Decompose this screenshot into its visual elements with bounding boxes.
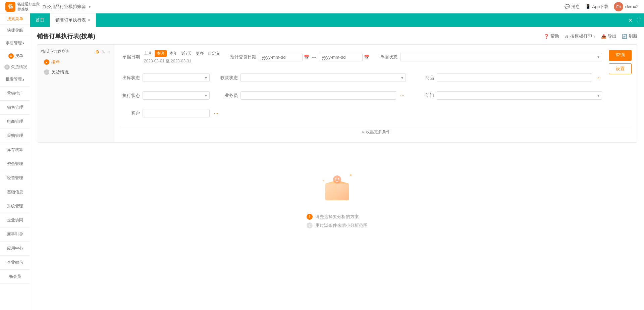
filter-field-exec: 执行状态 bbox=[120, 91, 210, 100]
salesperson-input[interactable] bbox=[240, 91, 396, 100]
export-button[interactable]: 📤 导出 bbox=[601, 33, 616, 39]
logo-icon: 畅 bbox=[5, 2, 15, 12]
svg-point-2 bbox=[333, 175, 341, 184]
sidebar-item-enterprise[interactable]: 企业协同 bbox=[0, 213, 30, 227]
date-tab-自定义[interactable]: 自定义 bbox=[207, 50, 221, 57]
date-tab-本月[interactable]: 本月 bbox=[155, 50, 167, 57]
print-dropdown-icon[interactable]: ▾ bbox=[593, 34, 596, 39]
date-tabs: 上月 本月 本年 近7天 更多 自定义 bbox=[143, 50, 221, 57]
refresh-button[interactable]: 🔄 刷新 bbox=[622, 33, 637, 39]
sidebar-item-appcenter[interactable]: 应用中心 bbox=[0, 242, 30, 256]
action-buttons: 查询 设置 bbox=[602, 50, 632, 74]
sidebar-item-retail[interactable]: 零售管理 ▾ bbox=[0, 36, 30, 50]
print-button[interactable]: 🖨 按模板打印 ▾ bbox=[565, 33, 596, 39]
query-button[interactable]: 查询 bbox=[609, 50, 632, 61]
window-maximize-icon[interactable]: ⛶ bbox=[637, 17, 641, 23]
dept-select[interactable] bbox=[437, 91, 602, 100]
page-header-actions: ❓ 帮助 🖨 按模板打印 ▾ 📤 导出 🔄 bbox=[544, 33, 637, 39]
filter-field-dept: 部门 bbox=[414, 91, 602, 100]
sidebar-item-basic[interactable]: 基础信息 bbox=[0, 185, 30, 199]
help-button[interactable]: ❓ 帮助 bbox=[544, 33, 559, 39]
content-area: 首页 销售订单执行表 × ✕ ⛶ 销售订单执行表(按单) bbox=[30, 13, 644, 310]
receipt-select[interactable] bbox=[240, 73, 406, 82]
exec-select[interactable] bbox=[143, 91, 210, 100]
outbound-select[interactable] bbox=[143, 73, 210, 82]
sidebar-item-newbie[interactable]: 新手引导 bbox=[0, 227, 30, 242]
sidebar-item-vip[interactable]: 畅会员 bbox=[0, 270, 30, 284]
tip-num-2: 2 bbox=[307, 222, 313, 228]
sidebar-item-system[interactable]: 系统管理 bbox=[0, 199, 30, 213]
help-icon: ❓ bbox=[544, 34, 549, 39]
collapse-scheme-icon[interactable]: « bbox=[107, 49, 110, 54]
filter-field-expected-date: 预计交货日期 📅 — 📅 bbox=[229, 53, 369, 61]
sidebar-item-finance[interactable]: 资金管理 bbox=[0, 157, 30, 171]
collapse-button[interactable]: ∧ 收起更多条件 bbox=[120, 127, 632, 137]
sidebar-sub-按单[interactable]: ● 按单 bbox=[0, 50, 30, 61]
svg-rect-1 bbox=[325, 184, 337, 200]
page-header: 销售订单执行表(按单) ❓ 帮助 🖨 按模板打印 ▾ 📤 bbox=[30, 27, 644, 40]
date-to-calendar-icon[interactable]: 📅 bbox=[364, 55, 369, 60]
sidebar-item-ecommerce[interactable]: 电商管理 bbox=[0, 115, 30, 129]
date-tab-更多[interactable]: 更多 bbox=[195, 50, 205, 57]
sidebar-item-corpwx[interactable]: 企业微信 bbox=[0, 256, 30, 270]
salesperson-more-icon[interactable]: ··· bbox=[399, 93, 406, 99]
print-icon: 🖨 bbox=[565, 34, 569, 39]
scheme-icon-欠货: ○ bbox=[44, 69, 49, 75]
goods-more-icon[interactable]: ··· bbox=[595, 75, 602, 81]
message-button[interactable]: 💬 消息 bbox=[565, 4, 580, 10]
tab-bar-spacer bbox=[96, 13, 626, 27]
expected-date-to-input[interactable] bbox=[319, 53, 363, 61]
app-download-button[interactable]: 📱 App下载 bbox=[585, 4, 608, 10]
logo-area: 畅 畅捷通好生意 标准版 bbox=[5, 2, 40, 12]
filter-row-3: 执行状态 业务员 bbox=[120, 91, 602, 100]
svg-text:✦: ✦ bbox=[345, 183, 348, 186]
settings-button[interactable]: 设置 bbox=[609, 63, 632, 74]
filter-field-outbound: 出库状态 bbox=[120, 73, 210, 82]
date-tab-本年[interactable]: 本年 bbox=[168, 50, 179, 57]
tab-close-icon[interactable]: × bbox=[88, 18, 90, 22]
date-tab-近7天[interactable]: 近7天 bbox=[180, 50, 193, 57]
expected-date-from-input[interactable] bbox=[259, 53, 303, 61]
欠货-icon: ○ bbox=[4, 64, 10, 70]
top-bar-right: 💬 消息 📱 App下载 Ea demo2 bbox=[565, 2, 639, 11]
edit-scheme-icon[interactable]: ✎ bbox=[101, 49, 105, 54]
refresh-icon: 🔄 bbox=[622, 34, 627, 39]
breadcrumb: 办公用品行业模拟账套 ▾ bbox=[42, 4, 91, 10]
sidebar-item-wholesale[interactable]: 批发管理 ▴ bbox=[0, 72, 30, 87]
status-select[interactable] bbox=[400, 53, 602, 61]
message-icon: 💬 bbox=[565, 4, 570, 9]
date-tab-上月[interactable]: 上月 bbox=[143, 50, 153, 57]
tab-bar-right: ✕ ⛶ bbox=[626, 13, 644, 27]
retail-expand-icon: ▾ bbox=[22, 41, 24, 45]
svg-point-4 bbox=[338, 178, 339, 179]
sidebar-quick-nav[interactable]: 快捷导航 bbox=[0, 25, 30, 36]
tab-bar: 首页 销售订单执行表 × ✕ ⛶ bbox=[30, 13, 644, 27]
download-icon: 📱 bbox=[585, 4, 591, 9]
filter-fields: 单据日期 上月 本月 本年 近7天 更多 bbox=[114, 45, 637, 142]
add-scheme-icon[interactable]: ⊕ bbox=[95, 49, 99, 54]
top-bar-left: 畅 畅捷通好生意 标准版 办公用品行业模拟账套 ▾ bbox=[5, 2, 91, 12]
sidebar-item-inventory[interactable]: 库存核算 bbox=[0, 143, 30, 157]
tab-sales-execution[interactable]: 销售订单执行表 × bbox=[50, 13, 96, 27]
scheme-item-按单[interactable]: ● 按单 bbox=[41, 57, 110, 67]
customer-more-icon[interactable]: ··· bbox=[212, 110, 219, 116]
user-area[interactable]: Ea demo2 bbox=[614, 2, 639, 11]
filter-scheme-title: 按以下方案查询 ⊕ ✎ « bbox=[41, 49, 110, 54]
sidebar-item-sales[interactable]: 销售管理 bbox=[0, 101, 30, 115]
sidebar-item-purchase[interactable]: 采购管理 bbox=[0, 129, 30, 143]
svg-point-3 bbox=[335, 178, 336, 179]
sidebar-search[interactable]: 搜索菜单 bbox=[0, 13, 30, 25]
scheme-item-欠货[interactable]: ○ 欠货情况 bbox=[41, 67, 110, 77]
tab-home[interactable]: 首页 bbox=[30, 13, 50, 27]
customer-input[interactable] bbox=[143, 109, 210, 117]
sidebar-sub-欠货[interactable]: ○ 欠货情况 bbox=[0, 61, 30, 72]
filter-field-receipt: 收款状态 bbox=[218, 73, 406, 82]
sidebar-item-marketing[interactable]: 营销推广 bbox=[0, 87, 30, 101]
date-from-calendar-icon[interactable]: 📅 bbox=[304, 55, 309, 60]
filter-row-4: 客户 ··· bbox=[120, 109, 602, 117]
sidebar-item-operation[interactable]: 经营管理 bbox=[0, 171, 30, 185]
breadcrumb-dropdown-icon[interactable]: ▾ bbox=[89, 4, 91, 9]
filter-scheme-panel: 按以下方案查询 ⊕ ✎ « ● 按单 ○ bbox=[37, 45, 114, 142]
goods-input[interactable] bbox=[437, 73, 592, 82]
window-close-icon[interactable]: ✕ bbox=[628, 17, 633, 23]
